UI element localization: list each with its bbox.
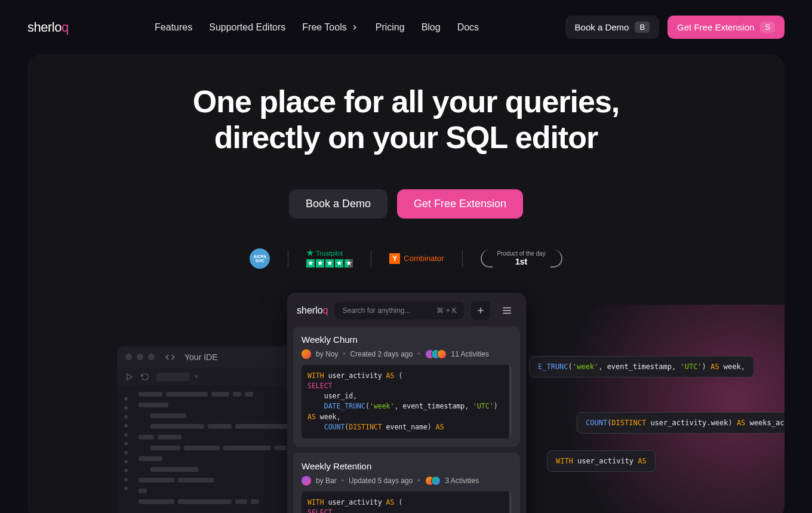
ycombinator-badge: Y Combinator	[389, 253, 444, 264]
sherloq-panel: sherloq Search for anything... ⌘ + K Wee…	[287, 293, 526, 513]
nav-editors[interactable]: Supported Editors	[209, 22, 285, 33]
code-block: WITH user_activity AS ( SELECT user_id, …	[302, 365, 512, 439]
search-input[interactable]: Search for anything... ⌘ + K	[335, 302, 464, 320]
logo-prefix: sherlo	[27, 20, 61, 35]
code-block: WITH user_activity AS ( SELECT user_id, …	[302, 492, 512, 513]
nav-features[interactable]: Features	[155, 22, 192, 33]
star-icon	[306, 250, 313, 257]
glow-effect	[486, 305, 785, 513]
hero-line1: One place for all your queries,	[27, 84, 785, 120]
divider	[462, 250, 463, 267]
query-title: Weekly Churn	[302, 334, 512, 345]
code-snippet: COUNT(DISTINCT user_activity.week) AS we…	[577, 412, 785, 434]
query-card[interactable]: Weekly Churn by Noy • Created 2 days ago…	[293, 326, 520, 447]
hero-section: One place for all your queries, directly…	[27, 54, 785, 513]
logo-suffix: q	[61, 20, 69, 35]
nav-tools[interactable]: Free Tools	[302, 22, 358, 33]
divider	[371, 250, 371, 267]
workspace-preview: Your IDE ×	[27, 293, 785, 513]
play-icon	[125, 373, 134, 381]
query-meta: by Noy • Created 2 days ago • 11 Activit…	[302, 349, 512, 359]
avatar-icon	[302, 476, 311, 486]
nav-links: Features Supported Editors Free Tools Pr…	[155, 22, 479, 33]
avatar-icon	[437, 349, 447, 359]
hero-line2: directly on your SQL editor	[27, 120, 785, 156]
chevron-right-icon	[350, 23, 359, 32]
divider	[288, 250, 288, 267]
hero-cta-row: Book a Demo Get Free Extension	[27, 189, 785, 219]
laurel-icon	[481, 250, 493, 268]
book-demo-label: Book a Demo	[575, 22, 629, 32]
code-snippet: E_TRUNC('week', event_timestamp, 'UTC') …	[529, 356, 754, 377]
laurel-icon	[550, 250, 562, 268]
logo[interactable]: sherloq	[27, 20, 69, 35]
window-dot	[137, 354, 143, 360]
avatar-icon	[431, 476, 441, 486]
panel-logo: sherloq	[297, 305, 328, 316]
search-placeholder: Search for anything...	[342, 306, 410, 315]
query-meta: by Bar • Updated 5 days ago • 3 Activiti…	[302, 476, 512, 486]
nav-actions: Book a Demo B Get Free Extension S	[565, 16, 785, 39]
panel-header: sherloq Search for anything... ⌘ + K	[293, 299, 520, 326]
hero-demo-button[interactable]: Book a Demo	[289, 189, 387, 219]
producthunt-badge: Product of the day 1st	[481, 250, 562, 268]
menu-button[interactable]	[497, 301, 516, 320]
yc-icon: Y	[389, 253, 400, 264]
trustpilot-badge: Trustpilot	[306, 250, 353, 268]
soc-badge: AICPA SOC	[250, 248, 270, 269]
demo-kbd: B	[635, 21, 650, 33]
code-icon	[165, 352, 175, 362]
book-demo-button[interactable]: Book a Demo B	[565, 16, 660, 39]
svg-marker-0	[127, 373, 132, 380]
code-snippet: WITH user_activity AS	[547, 450, 656, 472]
hero-extension-button[interactable]: Get Free Extension	[397, 189, 523, 219]
query-title: Weekly Retention	[302, 461, 512, 471]
window-dot	[125, 354, 132, 360]
history-icon	[141, 373, 149, 381]
close-icon: ×	[195, 373, 198, 380]
add-button[interactable]	[471, 301, 490, 320]
nav-docs[interactable]: Docs	[457, 22, 479, 33]
query-card[interactable]: Weekly Retention by Bar • Updated 5 days…	[293, 453, 520, 513]
hero-title: One place for all your queries, directly…	[27, 84, 785, 156]
top-nav: sherloq Features Supported Editors Free …	[0, 0, 812, 54]
nav-blog[interactable]: Blog	[422, 22, 441, 33]
trust-badges: AICPA SOC Trustpilot Y Combinator Produc…	[27, 248, 785, 269]
search-kbd: ⌘ + K	[436, 306, 457, 315]
ide-title: Your IDE	[184, 352, 218, 362]
nav-pricing[interactable]: Pricing	[376, 22, 405, 33]
extension-kbd: S	[760, 21, 775, 33]
get-extension-button[interactable]: Get Free Extension S	[668, 16, 785, 39]
window-dot	[148, 354, 155, 360]
get-extension-label: Get Free Extension	[677, 22, 754, 32]
avatar-icon	[302, 349, 311, 359]
ide-tab: ×	[156, 373, 190, 381]
